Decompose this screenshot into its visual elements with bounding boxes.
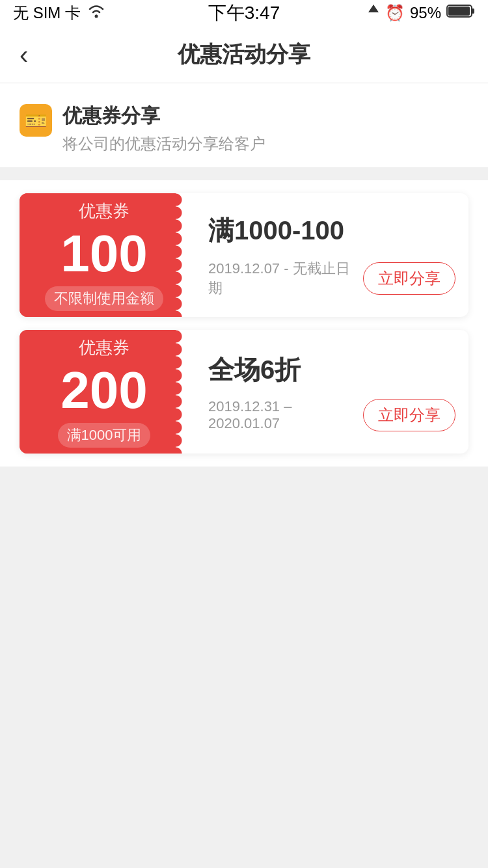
- coupon-date-2: 2019.12.31 – 2020.01.07: [208, 398, 357, 432]
- alarm-icon: ⏰: [385, 4, 405, 22]
- coupon-right-2: 全场6折 2019.12.31 – 2020.01.07 立即分享: [189, 330, 468, 454]
- svg-rect-3: [448, 7, 470, 16]
- nav-title: 优惠活动分享: [178, 40, 310, 70]
- battery-icon: [446, 4, 475, 22]
- status-right: ⏰ 95%: [367, 3, 475, 23]
- coupon-date-row-2: 2019.12.31 – 2020.01.07 立即分享: [208, 398, 455, 432]
- back-button[interactable]: ‹: [20, 42, 28, 68]
- share-button-2[interactable]: 立即分享: [363, 399, 455, 431]
- coupon-label-2: 优惠券: [79, 336, 129, 359]
- coupon-amount-2: 200: [61, 364, 147, 416]
- coupon-icon: 🎫: [25, 110, 47, 131]
- share-button-1[interactable]: 立即分享: [363, 262, 455, 295]
- section-header: 🎫 优惠券分享 将公司的优惠活动分享给客户: [0, 83, 488, 167]
- coupon-card-2: 优惠券 200 满1000可用 全场6折 2019.12.31 – 2020.0…: [20, 330, 468, 454]
- coupon-name-1: 满1000-100: [208, 213, 455, 249]
- svg-point-0: [95, 15, 98, 18]
- section-text-group: 优惠券分享 将公司的优惠活动分享给客户: [62, 103, 265, 154]
- coupon-left-2: 优惠券 200 满1000可用: [20, 330, 189, 454]
- coupon-list: 优惠券 100 不限制使用金额 满1000-100 2019.12.07 - 无…: [0, 180, 488, 467]
- coupon-left-1: 优惠券 100 不限制使用金额: [20, 193, 189, 317]
- nav-bar: ‹ 优惠活动分享: [0, 26, 488, 83]
- location-icon: [367, 3, 380, 23]
- coupon-label-1: 优惠券: [79, 200, 129, 223]
- coupon-condition-1: 不限制使用金额: [45, 286, 163, 311]
- status-bar: 无 SIM 卡 下午3:47 ⏰ 95%: [0, 0, 488, 26]
- coupon-condition-2: 满1000可用: [58, 423, 151, 448]
- coupon-right-1: 满1000-100 2019.12.07 - 无截止日期 立即分享: [189, 193, 468, 317]
- coupon-amount-1: 100: [61, 228, 147, 280]
- battery-text: 95%: [410, 4, 441, 22]
- status-time: 下午3:47: [208, 1, 280, 25]
- coupon-name-2: 全场6折: [208, 352, 455, 388]
- section-icon: 🎫: [20, 104, 52, 137]
- section-subtitle: 将公司的优惠活动分享给客户: [62, 133, 265, 154]
- divider-1: [0, 167, 488, 180]
- carrier-text: 无 SIM 卡: [13, 3, 81, 23]
- wifi-icon: [87, 4, 105, 22]
- coupon-date-row-1: 2019.12.07 - 无截止日期 立即分享: [208, 259, 455, 298]
- coupon-card-1: 优惠券 100 不限制使用金额 满1000-100 2019.12.07 - 无…: [20, 193, 468, 317]
- svg-rect-2: [472, 8, 474, 14]
- status-left: 无 SIM 卡: [13, 3, 105, 23]
- bottom-background: [0, 467, 488, 831]
- coupon-date-1: 2019.12.07 - 无截止日期: [208, 259, 357, 298]
- section-title: 优惠券分享: [62, 103, 265, 129]
